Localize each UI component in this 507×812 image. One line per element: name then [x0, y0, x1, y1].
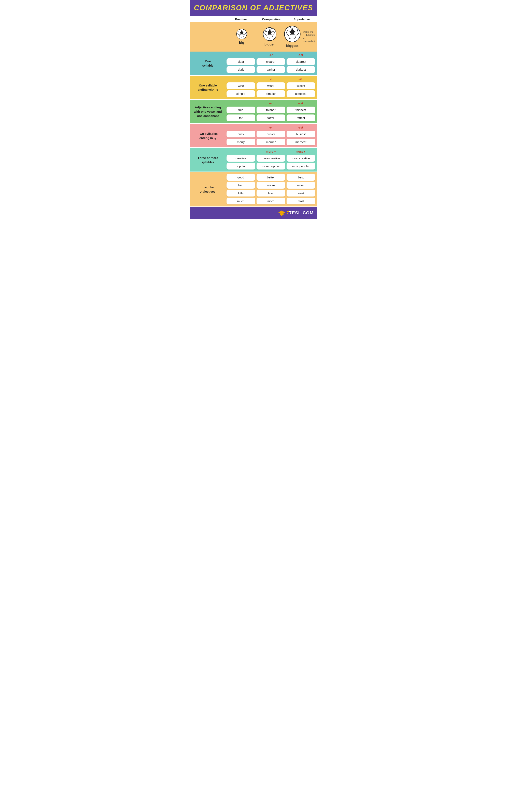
suffix-row-one-syllable-e: -r-st — [227, 78, 315, 81]
suffix-sup-two-syllables-y: -est — [286, 125, 315, 129]
word-box-irregular-2-pos: little — [227, 190, 255, 197]
word-box-one-syllable-1-pos: dark — [227, 66, 255, 73]
words-row-vowel-consonant-0: thinthinnerthinnest — [227, 107, 315, 113]
word-box-irregular-0-sup: best — [287, 174, 315, 181]
section-two-syllables-y: Two syllables ending in -y-er-estbusybus… — [190, 124, 317, 147]
words-row-irregular-0: goodbetterbest — [227, 174, 315, 181]
word-box-irregular-0-pos: good — [227, 174, 255, 181]
words-row-irregular-1: badworseworst — [227, 182, 315, 189]
word-box-one-syllable-e-1-comp: simpler — [257, 90, 285, 97]
word-box-three-syllables-0-pos: creative — [227, 155, 255, 162]
word-box-irregular-2-comp: less — [257, 190, 285, 197]
intro-positive-word: big — [239, 41, 244, 45]
word-box-one-syllable-e-0-comp: wiser — [257, 83, 285, 89]
svg-marker-21 — [278, 210, 285, 214]
word-box-three-syllables-1-sup: most popular — [287, 163, 315, 169]
section-content-three-syllables: more +most +creativemore creativemost cr… — [226, 148, 317, 171]
footer: 77ESL.COM — [190, 207, 317, 219]
word-box-one-syllable-e-1-sup: simplest — [287, 90, 315, 97]
section-content-irregular: goodbetterbestbadworseworstlittlelesslea… — [226, 172, 317, 206]
section-label-one-syllable-e: One syllable ending with -e — [190, 76, 226, 99]
word-box-irregular-0-comp: better — [257, 174, 285, 181]
word-box-one-syllable-1-sup: darkest — [287, 66, 315, 73]
word-box-irregular-1-sup: worst — [287, 182, 315, 189]
word-box-irregular-3-comp: more — [257, 198, 285, 204]
words-row-one-syllable-e-0: wisewiserwisest — [227, 83, 315, 89]
word-box-three-syllables-1-pos: popular — [227, 163, 255, 169]
intro-superlative-group: biggest (Note: Put THE before a superlat… — [284, 26, 315, 48]
word-box-vowel-consonant-1-pos: fat — [227, 114, 255, 121]
col-positive: Positive — [226, 17, 256, 21]
word-box-two-syllables-y-0-comp: busier — [257, 131, 285, 138]
footer-logo-text: 77ESL.COM — [287, 210, 314, 216]
section-content-one-syllable: -er-estclearclearerclearestdarkdarkerdar… — [226, 52, 317, 75]
suffix-empty-one-syllable-e — [227, 78, 256, 81]
word-box-vowel-consonant-1-sup: fattest — [287, 114, 315, 121]
suffix-comp-two-syllables-y: -er — [256, 125, 286, 129]
section-content-two-syllables-y: -er-estbusybusierbusiestmerrymerriermerr… — [226, 124, 317, 147]
col-empty — [190, 17, 226, 21]
words-row-one-syllable-1: darkdarkerdarkest — [227, 66, 315, 73]
words-row-irregular-2: littlelessleast — [227, 190, 315, 197]
word-box-two-syllables-y-1-comp: merrier — [257, 139, 285, 145]
word-box-two-syllables-y-1-pos: merry — [227, 139, 255, 145]
word-box-two-syllables-y-1-sup: merriest — [287, 139, 315, 145]
page-header: COMPARISON OF ADJECTIVES — [190, 0, 317, 16]
sections-container: One syllable-er-estclearclearerclearestd… — [190, 52, 317, 206]
section-label-irregular: Irregular Adjectives — [190, 172, 226, 206]
section-three-syllables: Three or more syllablesmore +most +creat… — [190, 148, 317, 171]
word-box-two-syllables-y-0-pos: busy — [227, 131, 255, 138]
svg-point-24 — [285, 214, 285, 214]
section-content-one-syllable-e: -r-stwisewiserwisestsimplesimplersimples… — [226, 76, 317, 99]
section-label-one-syllable: One syllable — [190, 52, 226, 75]
words-row-one-syllable-0: clearclearerclearest — [227, 58, 315, 65]
word-box-irregular-3-pos: much — [227, 198, 255, 204]
word-box-one-syllable-0-sup: clearest — [287, 58, 315, 65]
word-box-irregular-1-pos: bad — [227, 182, 255, 189]
suffix-comp-one-syllable-e: -r — [256, 78, 286, 81]
suffix-sup-three-syllables: most + — [286, 150, 315, 153]
suffix-row-one-syllable: -er-est — [227, 53, 315, 57]
suffix-comp-one-syllable: -er — [256, 53, 286, 57]
word-box-one-syllable-0-pos: clear — [227, 58, 255, 65]
words-row-vowel-consonant-1: fatfatterfattest — [227, 114, 315, 121]
word-box-three-syllables-1-comp: more popular — [257, 163, 285, 169]
words-row-irregular-3: muchmoremost — [227, 198, 315, 204]
word-box-one-syllable-1-comp: darker — [257, 66, 285, 73]
section-one-syllable-e: One syllable ending with -e-r-stwisewise… — [190, 76, 317, 99]
column-headers: Positive Comparative Superlative — [190, 16, 317, 22]
word-box-vowel-consonant-1-comp: fatter — [257, 114, 285, 121]
word-box-vowel-consonant-0-comp: thinner — [257, 107, 285, 113]
word-box-vowel-consonant-0-pos: thin — [227, 107, 255, 113]
intro-comparative-word: bigger — [265, 42, 275, 47]
word-box-one-syllable-0-comp: clearer — [257, 58, 285, 65]
intro-superlative: biggest — [284, 26, 301, 48]
suffix-sup-vowel-consonant: -est — [286, 101, 315, 105]
intro-positive: big — [228, 29, 256, 45]
col-comparative: Comparative — [256, 17, 287, 21]
svg-marker-20 — [288, 34, 296, 39]
word-box-irregular-1-comp: worse — [257, 182, 285, 189]
word-box-vowel-consonant-0-sup: thinnest — [287, 107, 315, 113]
soccer-ball-large — [284, 26, 301, 43]
suffix-comp-three-syllables: more + — [256, 150, 286, 153]
section-label-vowel-consonant: Adjectives ending with one vowel and one… — [190, 100, 226, 123]
words-row-one-syllable-e-1: simplesimplersimplest — [227, 90, 315, 97]
word-box-three-syllables-0-sup: most creative — [287, 155, 315, 162]
col-superlative: Superlative — [287, 17, 317, 21]
intro-superlative-word: biggest — [286, 44, 298, 48]
intro-comparative: bigger — [256, 27, 284, 47]
intro-row: big bigger biggest — [190, 22, 317, 52]
soccer-ball-medium — [263, 27, 277, 41]
suffix-sup-one-syllable-e: -st — [286, 78, 315, 81]
svg-rect-23 — [285, 212, 285, 214]
suffix-row-vowel-consonant: -er-est — [227, 101, 315, 105]
section-one-syllable: One syllable-er-estclearclearerclearestd… — [190, 52, 317, 75]
suffix-row-two-syllables-y: -er-est — [227, 125, 315, 129]
suffix-sup-one-syllable: -est — [286, 53, 315, 57]
section-vowel-consonant: Adjectives ending with one vowel and one… — [190, 100, 317, 123]
intro-note: (Note: Put THE before a superlative) — [302, 31, 315, 43]
suffix-empty-three-syllables — [227, 150, 256, 153]
page-title: COMPARISON OF ADJECTIVES — [192, 4, 315, 12]
footer-logo: 77ESL.COM — [278, 209, 314, 217]
